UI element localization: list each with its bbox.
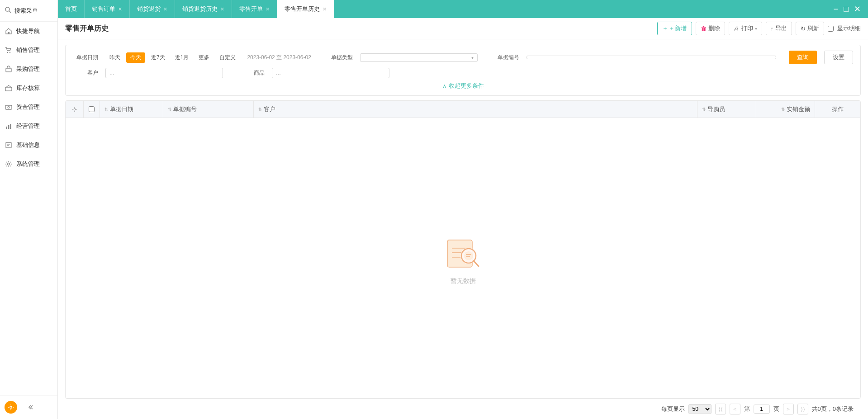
sidebar: 搜索采单 快捷导航 销售管理 采购管理 库存核算 资金管理 经营管理 bbox=[0, 0, 58, 419]
th-customer-label: 客户 bbox=[264, 105, 275, 113]
date-btn-custom[interactable]: 自定义 bbox=[215, 52, 240, 63]
page-word: 第 bbox=[744, 405, 750, 413]
goods-placeholder: ... bbox=[276, 70, 281, 76]
info-icon bbox=[5, 141, 13, 149]
delete-icon: 🗑 bbox=[701, 25, 707, 32]
svg-rect-9 bbox=[6, 127, 7, 129]
sidebar-item-label: 资金管理 bbox=[16, 103, 40, 111]
page-title: 零售开单历史 bbox=[65, 24, 654, 33]
tab-label: 销售订单 bbox=[92, 5, 115, 13]
th-settings[interactable] bbox=[66, 101, 84, 118]
th-checkbox[interactable] bbox=[84, 101, 100, 118]
tab-sales-return-history[interactable]: 销货退货历史 ✕ bbox=[175, 0, 232, 18]
refresh-label: 刷新 bbox=[807, 24, 819, 33]
collapse-button[interactable]: ∧ 收起更多条件 bbox=[73, 82, 853, 90]
th-action: 操作 bbox=[815, 101, 860, 118]
show-detail-toggle[interactable]: 显示明细 bbox=[828, 24, 861, 33]
add-button[interactable]: ＋ + 新增 bbox=[657, 22, 692, 35]
sidebar-item-basic-info[interactable]: 基础信息 bbox=[0, 136, 57, 155]
sidebar-item-operation[interactable]: 经营管理 bbox=[0, 117, 57, 136]
print-arrow-icon: ▾ bbox=[755, 26, 757, 31]
date-btn-1month[interactable]: 近1月 bbox=[171, 52, 193, 63]
tab-close-icon[interactable]: ✕ bbox=[323, 6, 327, 12]
tab-close-icon[interactable]: ✕ bbox=[220, 6, 224, 12]
customer-input[interactable]: ... bbox=[105, 68, 223, 78]
th-customer-sort-icon: ⇅ bbox=[258, 107, 262, 112]
goods-label: 商品 bbox=[239, 69, 265, 77]
sidebar-item-purchase-mgmt[interactable]: 采购管理 bbox=[0, 60, 57, 79]
th-amount[interactable]: ⇅ 实销金额 bbox=[756, 101, 815, 118]
svg-rect-12 bbox=[6, 142, 11, 148]
tab-close-icon[interactable]: ✕ bbox=[163, 6, 167, 12]
table-area: ⇅ 单据日期 ⇅ 单据编号 ⇅ 客户 ⇅ 导购员 ⇅ 实销金额 bbox=[65, 100, 861, 399]
th-date[interactable]: ⇅ 单据日期 bbox=[100, 101, 163, 118]
export-label: 导出 bbox=[775, 24, 787, 33]
sidebar-item-system[interactable]: 系统管理 bbox=[0, 155, 57, 174]
add-icon: ＋ bbox=[662, 24, 668, 33]
date-btn-7days[interactable]: 近7天 bbox=[147, 52, 169, 63]
window-close-button[interactable]: ✕ bbox=[854, 4, 861, 14]
tab-home-label: 首页 bbox=[65, 5, 77, 13]
tab-close-icon[interactable]: ✕ bbox=[118, 6, 122, 12]
tab-sales-return[interactable]: 销货退货 ✕ bbox=[130, 0, 175, 18]
bill-type-select[interactable]: ▾ bbox=[360, 53, 478, 62]
goods-input[interactable]: ... bbox=[272, 68, 389, 78]
bill-no-label: 单据编号 bbox=[494, 54, 519, 61]
show-detail-checkbox[interactable] bbox=[828, 26, 834, 32]
svg-rect-6 bbox=[5, 88, 12, 91]
refresh-icon: ↻ bbox=[801, 25, 806, 32]
page-number-input[interactable] bbox=[754, 405, 770, 414]
window-maximize-button[interactable]: □ bbox=[844, 5, 849, 14]
sidebar-item-quick-nav[interactable]: 快捷导航 bbox=[0, 22, 57, 41]
page-next-button[interactable]: ＞ bbox=[783, 404, 794, 414]
table-header: ⇅ 单据日期 ⇅ 单据编号 ⇅ 客户 ⇅ 导购员 ⇅ 实销金额 bbox=[66, 101, 860, 118]
sidebar-item-label: 经营管理 bbox=[16, 122, 40, 130]
svg-rect-2 bbox=[8, 32, 9, 34]
export-button[interactable]: ↑ 导出 bbox=[766, 22, 792, 35]
page-prev-button[interactable]: ＜ bbox=[730, 404, 740, 414]
th-customer[interactable]: ⇅ 客户 bbox=[254, 101, 697, 118]
th-date-label: 单据日期 bbox=[110, 105, 133, 113]
tab-retail-open[interactable]: 零售开单 ✕ bbox=[232, 0, 277, 18]
th-guide[interactable]: ⇅ 导购员 bbox=[697, 101, 756, 118]
tab-label: 零售开单历史 bbox=[285, 5, 320, 13]
sidebar-search[interactable]: 搜索采单 bbox=[0, 0, 57, 22]
tab-sales-order[interactable]: 销售订单 ✕ bbox=[85, 0, 130, 18]
svg-point-15 bbox=[8, 163, 10, 165]
sidebar-collapse-button[interactable] bbox=[24, 402, 35, 413]
date-btn-yesterday[interactable]: 昨天 bbox=[105, 52, 124, 63]
bill-type-arrow-icon: ▾ bbox=[471, 55, 474, 60]
setting-button[interactable]: 设置 bbox=[824, 51, 853, 64]
page-first-button[interactable]: ⟨⟨ bbox=[715, 404, 726, 414]
sidebar-item-sales-mgmt[interactable]: 销售管理 bbox=[0, 41, 57, 60]
svg-point-17 bbox=[74, 108, 76, 110]
date-btn-today[interactable]: 今天 bbox=[126, 52, 145, 63]
refresh-button[interactable]: ↻ 刷新 bbox=[796, 22, 824, 35]
sidebar-item-finance[interactable]: 资金管理 bbox=[0, 98, 57, 117]
tab-retail-open-history[interactable]: 零售开单历史 ✕ bbox=[277, 0, 334, 18]
th-billno-label: 单据编号 bbox=[173, 105, 197, 113]
toolbar: 零售开单历史 ＋ + 新增 🗑 删除 🖨 打印 ▾ ↑ 导出 ↻ 刷新 显示明细 bbox=[58, 18, 868, 39]
bill-type-label: 单据类型 bbox=[327, 54, 353, 61]
delete-button[interactable]: 🗑 删除 bbox=[696, 22, 725, 35]
settings-gear-button[interactable] bbox=[5, 401, 17, 414]
query-button[interactable]: 查询 bbox=[789, 51, 817, 64]
print-button[interactable]: 🖨 打印 ▾ bbox=[729, 22, 762, 35]
svg-point-4 bbox=[9, 52, 10, 53]
window-minimize-button[interactable]: − bbox=[834, 5, 839, 14]
per-page-select[interactable]: 50 100 200 bbox=[688, 404, 711, 414]
content-area: 单据日期 昨天 今天 近7天 近1月 更多 自定义 2023-06-02 至 2… bbox=[58, 39, 868, 419]
tab-home[interactable]: 首页 bbox=[58, 0, 85, 18]
sidebar-bottom bbox=[0, 395, 57, 419]
pagination: 每页显示 50 100 200 ⟨⟨ ＜ 第 页 ＞ ⟩⟩ 共0页，0条记录 bbox=[65, 399, 861, 419]
sidebar-item-inventory[interactable]: 库存核算 bbox=[0, 79, 57, 98]
bill-no-input[interactable] bbox=[526, 56, 776, 59]
th-action-label: 操作 bbox=[832, 105, 844, 113]
filter-row-1: 单据日期 昨天 今天 近7天 近1月 更多 自定义 2023-06-02 至 2… bbox=[73, 51, 853, 64]
page-last-button[interactable]: ⟩⟩ bbox=[797, 404, 808, 414]
empty-text: 暂无数据 bbox=[451, 277, 476, 285]
th-billno[interactable]: ⇅ 单据编号 bbox=[163, 101, 254, 118]
tab-close-icon[interactable]: ✕ bbox=[266, 6, 270, 12]
select-all-checkbox[interactable] bbox=[89, 106, 95, 112]
date-btn-more[interactable]: 更多 bbox=[194, 52, 213, 63]
